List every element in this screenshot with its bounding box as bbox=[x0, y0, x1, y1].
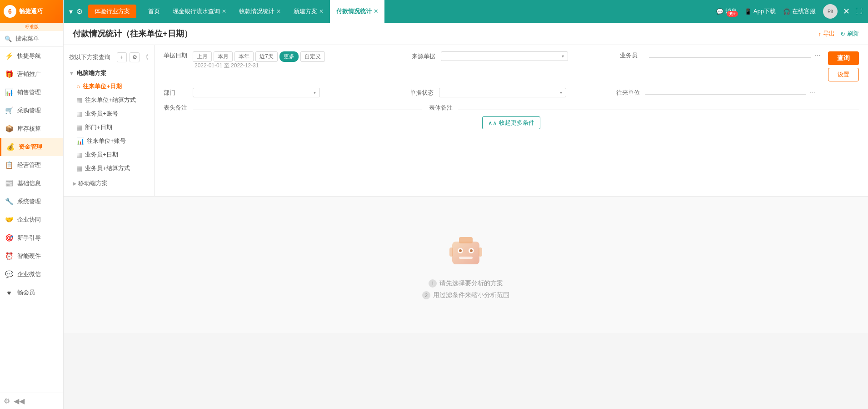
sidebar-item-marketing[interactable]: 🎁 营销推广 bbox=[0, 65, 63, 83]
collapse-icon: ∧∧ bbox=[488, 120, 497, 126]
sidebar-item-wechat[interactable]: 💬 企业微信 bbox=[0, 265, 63, 283]
topbar-close-button[interactable]: ✕ bbox=[839, 6, 853, 16]
scheme-settings-button[interactable]: ⚙ bbox=[130, 52, 140, 62]
topbar-tab-new-plan[interactable]: 新建方案✕ bbox=[287, 0, 330, 23]
scheme-mobile-arrow: ▶ bbox=[73, 181, 76, 187]
sidebar-item-purchase[interactable]: 🛒 采购管理 bbox=[0, 101, 63, 120]
export-button[interactable]: ↑ 导出 bbox=[818, 30, 835, 38]
scheme-item-counterpart-date[interactable]: ○ 往来单位+日期 bbox=[64, 80, 154, 93]
quick-nav-icon: ⚡ bbox=[5, 51, 14, 61]
sidebar-item-capital[interactable]: 💰 资金管理 bbox=[0, 138, 63, 156]
date-buttons: 上月 本月 本年 近7天 更多 自定义 2022-01-01 至 2022-12… bbox=[193, 51, 325, 70]
main-content: ▾ ⚙ 体验行业方案 首页现金银行流水查询✕收款情况统计✕新建方案✕付款情况统计… bbox=[64, 0, 868, 409]
source-chevron-icon: ▾ bbox=[562, 54, 564, 59]
sidebar-item-inventory[interactable]: 📦 库存核算 bbox=[0, 120, 63, 138]
tab-close-new-plan[interactable]: ✕ bbox=[319, 8, 324, 15]
source-label: 来源单据 bbox=[412, 52, 437, 61]
topbar-tab-payment-stats[interactable]: 付款情况统计✕ bbox=[330, 0, 384, 23]
date-btn-7days[interactable]: 近7天 bbox=[255, 51, 278, 62]
scheme-group-desktop-header[interactable]: ▼ 电脑端方案 bbox=[64, 67, 154, 80]
doc-status-select[interactable]: ▾ bbox=[439, 88, 566, 97]
collab-icon: 🤝 bbox=[5, 215, 14, 224]
sidebar-nav: ⚡ 快捷导航 🎁 营销推广 📊 销售管理 🛒 采购管理 📦 库存核算 💰 资金管… bbox=[0, 47, 63, 302]
message-badge: 99+ bbox=[727, 11, 738, 17]
settings-button[interactable]: 设置 bbox=[828, 68, 859, 81]
scheme-item-counterpart-settle[interactable]: ▦ 往来单位+结算方式 bbox=[64, 93, 154, 107]
app-download-link[interactable]: 📱 App下载 bbox=[744, 7, 776, 15]
sales-icon: 📊 bbox=[5, 88, 14, 97]
svg-point-4 bbox=[459, 249, 462, 252]
user-avatar[interactable]: Rit bbox=[823, 4, 838, 19]
logo-icon: 6 bbox=[4, 5, 16, 18]
query-button[interactable]: 查询 bbox=[828, 51, 859, 65]
sidebar-item-system[interactable]: 🔧 系统管理 bbox=[0, 192, 63, 211]
tab-close-bank-flow[interactable]: ✕ bbox=[222, 8, 226, 15]
system-icon: 🔧 bbox=[5, 197, 14, 206]
sidebar-item-operation[interactable]: 📋 经营管理 bbox=[0, 156, 63, 174]
topbar-settings-icon[interactable]: ⚙ bbox=[76, 7, 83, 16]
date-btn-more[interactable]: 更多 bbox=[279, 51, 299, 62]
scheme-group-mobile-header[interactable]: ▶ 移动端方案 bbox=[64, 177, 154, 190]
scheme-item-salesperson-settle[interactable]: ▦ 业务员+结算方式 bbox=[64, 162, 154, 175]
topbar-expand-button[interactable]: ⛶ bbox=[855, 7, 863, 15]
sidebar-collapse-icon[interactable]: ◀◀ bbox=[14, 397, 25, 405]
tab-label-payment-stats: 付款情况统计 bbox=[336, 7, 372, 15]
scheme-item-counterpart-account[interactable]: 📊 往来单位+账号 bbox=[64, 134, 154, 148]
scheme-item-salesperson-account[interactable]: ▦ 业务员+账号 bbox=[64, 107, 154, 121]
sidebar-item-collab[interactable]: 🤝 企业协同 bbox=[0, 211, 63, 229]
scheme-group-mobile-title: 移动端方案 bbox=[78, 179, 108, 187]
date-btn-this-month[interactable]: 本月 bbox=[214, 51, 233, 62]
date-btn-last-month[interactable]: 上月 bbox=[193, 51, 212, 62]
online-service-link[interactable]: 🎧 在线客服 bbox=[783, 7, 816, 15]
scheme-collapse-button[interactable]: 《 bbox=[142, 53, 149, 61]
trial-button[interactable]: 体验行业方案 bbox=[88, 5, 136, 18]
sidebar-item-basic-info[interactable]: 📰 基础信息 bbox=[0, 174, 63, 192]
sidebar-item-vip[interactable]: ♥ 畅会员 bbox=[0, 283, 63, 302]
topbar-tab-home[interactable]: 首页 bbox=[142, 0, 166, 23]
tab-close-receipt-stats[interactable]: ✕ bbox=[276, 8, 281, 15]
svg-rect-1 bbox=[459, 237, 473, 243]
purchase-icon: 🛒 bbox=[5, 106, 14, 115]
counterpart-more-icon[interactable]: ··· bbox=[809, 89, 815, 97]
basic-info-icon: 📰 bbox=[5, 179, 14, 188]
collapse-more-button[interactable]: ∧∧ 收起更多条件 bbox=[482, 116, 540, 129]
sidebar-item-label-purchase: 采购管理 bbox=[17, 106, 41, 115]
topbar-tab-bank-flow[interactable]: 现金银行流水查询✕ bbox=[166, 0, 233, 23]
sidebar-item-label-wechat: 企业微信 bbox=[17, 270, 41, 278]
dept-select[interactable]: ▾ bbox=[193, 88, 320, 97]
page-title: 付款情况统计（往来单位+日期） bbox=[73, 28, 192, 39]
empty-state: 1 请先选择要分析的方案 2 用过滤条件来缩小分析范围 bbox=[422, 230, 509, 299]
sidebar-item-hardware[interactable]: ⏰ 智能硬件 bbox=[0, 247, 63, 265]
message-icon: 💬 bbox=[716, 8, 723, 15]
topbar-right-actions: 💬 消息 99+ 📱 App下载 🎧 在线客服 Rit bbox=[716, 4, 838, 19]
scheme-add-button[interactable]: + bbox=[117, 52, 127, 62]
guide-icon: 🎯 bbox=[5, 233, 14, 242]
topbar-tab-receipt-stats[interactable]: 收款情况统计✕ bbox=[233, 0, 287, 23]
vip-icon: ♥ bbox=[5, 288, 14, 297]
page-header-actions: ↑ 导出 ↻ 刷新 bbox=[818, 30, 859, 38]
sidebar-item-guide[interactable]: 🎯 新手引导 bbox=[0, 229, 63, 247]
sidebar-item-quick-nav[interactable]: ⚡ 快捷导航 bbox=[0, 47, 63, 65]
dept-label: 部门 bbox=[164, 89, 189, 97]
topbar: ▾ ⚙ 体验行业方案 首页现金银行流水查询✕收款情况统计✕新建方案✕付款情况统计… bbox=[64, 0, 868, 23]
scheme-item-label-counterpart-date: 往来单位+日期 bbox=[83, 82, 122, 91]
scheme-panel-actions: + ⚙ 《 bbox=[117, 52, 149, 62]
tab-close-payment-stats[interactable]: ✕ bbox=[374, 8, 378, 15]
sidebar-logo: 6 畅捷通巧 bbox=[0, 0, 63, 23]
scheme-item-salesperson-date[interactable]: ▦ 业务员+日期 bbox=[64, 148, 154, 162]
topbar-dropdown-icon[interactable]: ▾ bbox=[69, 7, 73, 16]
salesperson-more-icon[interactable]: ··· bbox=[815, 51, 821, 60]
source-select[interactable]: ▾ bbox=[441, 51, 568, 61]
date-btn-this-year[interactable]: 本年 bbox=[234, 51, 254, 62]
search-menu-item[interactable]: 🔍 搜索菜单 bbox=[0, 31, 63, 47]
scheme-item-icon-salesperson-settle: ▦ bbox=[76, 165, 82, 172]
sidebar-item-sales[interactable]: 📊 销售管理 bbox=[0, 83, 63, 101]
date-label: 单据日期 bbox=[164, 51, 189, 60]
scheme-group-desktop: ▼ 电脑端方案 ○ 往来单位+日期 ▦ 往来单位+结算方式 ▦ 业务员+账号 ▦… bbox=[64, 67, 154, 175]
refresh-button[interactable]: ↻ 刷新 bbox=[840, 30, 859, 38]
topbar-tabs: 首页现金银行流水查询✕收款情况统计✕新建方案✕付款情况统计✕ bbox=[142, 0, 714, 23]
sidebar-settings-icon[interactable]: ⚙ bbox=[4, 397, 10, 405]
scheme-item-dept-date[interactable]: ▦ 部门+日期 bbox=[64, 121, 154, 134]
date-btn-custom[interactable]: 自定义 bbox=[300, 51, 325, 62]
messages-icon-wrap[interactable]: 💬 消息 99+ bbox=[716, 7, 737, 15]
